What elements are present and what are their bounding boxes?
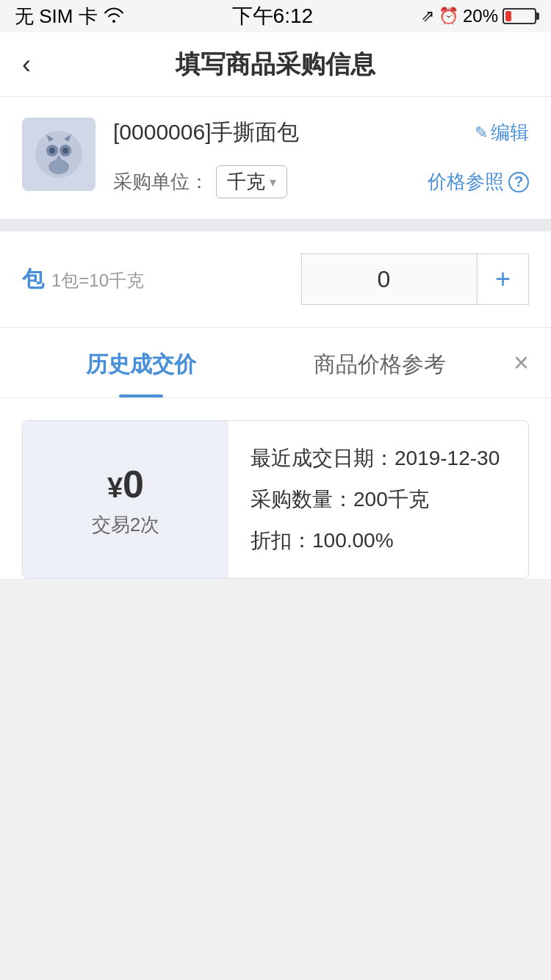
currency-symbol: ¥ bbox=[107, 472, 123, 503]
price-summary: ¥0 交易2次 bbox=[23, 421, 228, 578]
main-content bbox=[0, 601, 551, 980]
product-name: [0000006]手撕面包 bbox=[113, 118, 299, 148]
tab-price-reference[interactable]: 商品价格参考 bbox=[260, 328, 498, 397]
page-title: 填写商品采购信息 bbox=[176, 48, 375, 82]
price-reference-button[interactable]: 价格参照 ? bbox=[428, 169, 529, 195]
quantity-sub-label: 1包=10千克 bbox=[51, 269, 144, 292]
tab-history-price[interactable]: 历史成交价 bbox=[22, 328, 260, 397]
edit-button[interactable]: ✎ 编辑 bbox=[475, 120, 529, 145]
tab-close-button[interactable]: × bbox=[499, 330, 529, 396]
product-card: [0000006]手撕面包 ✎ 编辑 采购单位： 千克 ▾ 价格参照 ? bbox=[0, 97, 551, 220]
quantity-input[interactable] bbox=[301, 253, 478, 305]
tabs-header: 历史成交价 商品价格参考 × bbox=[0, 328, 551, 398]
location-icon: ⇗ bbox=[421, 7, 434, 26]
unit-value: 千克 bbox=[227, 169, 265, 195]
unit-selector: 采购单位： 千克 ▾ bbox=[113, 165, 287, 198]
battery-percent: 20% bbox=[463, 6, 498, 26]
product-info: [0000006]手撕面包 ✎ 编辑 采购单位： 千克 ▾ 价格参照 ? bbox=[113, 118, 529, 198]
price-amount: ¥0 bbox=[107, 462, 144, 506]
help-icon: ? bbox=[508, 172, 529, 192]
nav-bar: ‹ 填写商品采购信息 bbox=[0, 32, 551, 97]
chevron-down-icon: ▾ bbox=[270, 174, 276, 190]
product-logo-icon bbox=[33, 129, 84, 180]
product-title-row: [0000006]手撕面包 ✎ 编辑 bbox=[113, 118, 529, 148]
product-image bbox=[22, 118, 96, 191]
quantity-row: 包 1包=10千克 + bbox=[0, 231, 551, 328]
section-divider bbox=[0, 220, 551, 231]
status-bar: 无 SIM 卡 下午6:12 ⇗ ⏰ 20% bbox=[0, 0, 551, 32]
price-details: 最近成交日期：2019-12-30 采购数量：200千克 折扣：100.00% bbox=[228, 421, 528, 578]
unit-dropdown[interactable]: 千克 ▾ bbox=[216, 165, 287, 198]
edit-icon: ✎ bbox=[475, 123, 488, 143]
svg-point-6 bbox=[48, 159, 69, 174]
tabs-section: 历史成交价 商品价格参考 × ¥0 交易2次 最近成交日期：2019-12-30… bbox=[0, 328, 551, 579]
status-time: 下午6:12 bbox=[232, 2, 314, 30]
battery-fill bbox=[505, 11, 511, 21]
transaction-count: 交易2次 bbox=[92, 512, 159, 538]
wifi-icon bbox=[104, 5, 124, 28]
back-button[interactable]: ‹ bbox=[22, 49, 31, 80]
quantity-label: 包 1包=10千克 bbox=[22, 264, 144, 295]
carrier-text: 无 SIM 卡 bbox=[15, 4, 98, 29]
svg-point-3 bbox=[49, 148, 55, 154]
quantity-unit: 包 bbox=[22, 264, 44, 295]
recent-date-row: 最近成交日期：2019-12-30 bbox=[251, 443, 506, 474]
product-unit-row: 采购单位： 千克 ▾ 价格参照 ? bbox=[113, 165, 529, 198]
unit-label: 采购单位： bbox=[113, 169, 209, 195]
status-right-group: ⇗ ⏰ 20% bbox=[421, 6, 536, 26]
purchase-quantity-row: 采购数量：200千克 bbox=[251, 484, 506, 515]
quantity-plus-button[interactable]: + bbox=[478, 253, 529, 305]
svg-point-4 bbox=[62, 148, 68, 154]
carrier-info: 无 SIM 卡 bbox=[15, 4, 124, 29]
alarm-icon: ⏰ bbox=[439, 7, 458, 26]
discount-row: 折扣：100.00% bbox=[251, 525, 506, 556]
quantity-input-group: + bbox=[301, 253, 529, 305]
battery-icon bbox=[503, 8, 536, 24]
price-card: ¥0 交易2次 最近成交日期：2019-12-30 采购数量：200千克 折扣：… bbox=[22, 420, 529, 579]
